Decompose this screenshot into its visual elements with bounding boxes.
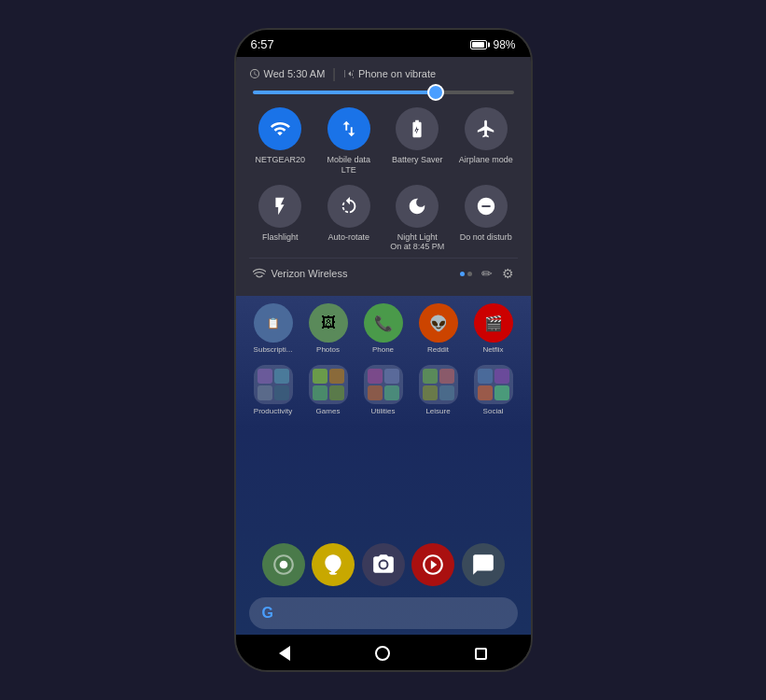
nav-recents-button[interactable] [467,644,495,663]
folder-icon-utilities [364,365,403,404]
folder-label-games: Games [316,407,341,415]
dot-gray [467,272,472,276]
divider: | [332,66,336,81]
folder-productivity[interactable]: Productivity [249,365,298,415]
folder-label-social: Social [483,407,504,415]
settings-button[interactable]: ⚙ [502,266,514,281]
app-phone[interactable]: 📞 Phone [359,303,408,354]
app-netflix[interactable]: 🎬 Netflix [469,303,518,354]
app-icon-phone: 📞 [364,303,403,343]
alarm-item: Wed 5:30 AM [249,68,326,79]
search-bar[interactable]: G [249,597,518,629]
app-icon-photos: 🖼 [309,303,348,343]
folder-icon-social [474,365,513,404]
nav-back-button[interactable] [271,644,299,663]
brightness-row[interactable] [249,91,518,94]
app-label-photos: Photos [316,345,340,354]
dock-chrome[interactable] [262,543,305,586]
folder-social[interactable]: Social [469,365,518,415]
app-label-subscriptions: Subscripti... [254,345,293,354]
folder-leisure[interactable]: Leisure [414,365,463,415]
network-dots [460,272,472,276]
qs-tile-batterysaver[interactable]: Battery Saver [386,107,450,175]
dot-blue [460,272,465,276]
folder-label-utilities: Utilities [371,407,396,415]
qs-network-row: Verizon Wireless ✏ ⚙ [249,258,518,285]
qs-tile-dnd[interactable]: Do not disturb [454,185,518,253]
batterysaver-label: Battery Saver [392,155,443,165]
qs-tile-mobiledata[interactable]: Mobile data LTE [317,107,381,175]
folder-icon-games [309,365,348,404]
airplane-label: Airplane mode [459,155,513,165]
folder-label-productivity: Productivity [254,407,292,415]
phone-frame: 6:57 98% Wed 5:30 AM | Phone on vibrate [234,28,533,672]
app-subscriptions[interactable]: 📋 Subscripti... [249,303,298,354]
nav-home-button[interactable] [369,644,397,663]
vibrate-item: Phone on vibrate [343,68,436,79]
app-icon-subscriptions: 📋 [254,303,293,343]
qs-tiles-grid: NETGEAR20 Mobile data LTE Battery Saver [249,107,518,252]
network-left: Verizon Wireless [253,267,348,280]
status-bar: 6:57 98% [236,30,531,57]
dnd-label: Do not disturb [460,232,512,243]
autorotate-icon-circle [327,185,370,228]
battery-percent: 98% [493,38,515,51]
recents-square-icon [475,648,487,660]
back-triangle-icon [279,646,290,661]
mobiledata-label: Mobile data LTE [327,155,370,175]
nightlight-icon-circle [396,185,439,228]
status-time: 6:57 [251,37,274,51]
qs-tile-nightlight[interactable]: Night Light On at 8:45 PM [386,185,450,253]
batterysaver-icon-circle [396,107,439,150]
qs-tile-airplane[interactable]: Airplane mode [454,107,518,175]
app-icon-reddit: 👽 [419,303,458,343]
app-row-1: 📋 Subscripti... 🖼 Photos 📞 Phone 👽 Reddi… [249,296,518,357]
svg-point-0 [279,561,287,569]
qs-tile-flashlight[interactable]: Flashlight [249,185,313,253]
network-name: Verizon Wireless [272,268,348,279]
nightlight-label: Night Light On at 8:45 PM [390,232,444,253]
qs-tile-wifi[interactable]: NETGEAR20 [249,107,313,175]
home-circle-icon [375,646,390,661]
folder-games[interactable]: Games [304,365,353,415]
brightness-slider[interactable] [253,91,514,94]
folder-utilities[interactable]: Utilities [359,365,408,415]
mobiledata-icon-circle [327,107,370,150]
network-right: ✏ ⚙ [460,266,514,281]
nav-bar [236,635,531,670]
bottom-dock [249,536,518,594]
app-photos[interactable]: 🖼 Photos [304,303,353,354]
google-g: G [262,605,273,622]
folder-row: Productivity Games Utilities [249,357,518,419]
airplane-icon-circle [465,107,508,150]
app-label-reddit: Reddit [427,345,449,354]
dock-snapchat[interactable] [312,543,355,586]
alarm-text: Wed 5:30 AM [264,68,326,79]
brightness-thumb[interactable] [427,84,444,101]
app-icon-netflix: 🎬 [474,303,513,343]
qs-top-row: Wed 5:30 AM | Phone on vibrate [249,66,518,81]
dnd-icon-circle [465,185,508,228]
dock-messages[interactable] [462,543,505,586]
vibrate-text: Phone on vibrate [358,68,436,79]
autorotate-label: Auto-rotate [327,232,369,243]
battery-icon [470,40,487,49]
app-label-netflix: Netflix [482,345,503,354]
qs-tile-autorotate[interactable]: Auto-rotate [317,185,381,253]
flashlight-label: Flashlight [262,232,299,243]
folder-label-leisure: Leisure [425,407,450,415]
folder-icon-productivity [254,365,293,404]
quick-settings-panel: Wed 5:30 AM | Phone on vibrate NETGEAR20 [236,57,531,296]
dock-camera[interactable] [362,543,405,586]
app-reddit[interactable]: 👽 Reddit [414,303,463,354]
folder-icon-leisure [419,365,458,404]
wifi-label: NETGEAR20 [255,155,305,165]
wifi-icon-circle [258,107,301,150]
dock-youtube[interactable] [411,543,454,586]
app-label-phone: Phone [372,345,394,354]
edit-button[interactable]: ✏ [481,266,493,281]
home-screen: 📋 Subscripti... 🖼 Photos 📞 Phone 👽 Reddi… [236,296,531,635]
status-right: 98% [470,38,515,51]
flashlight-icon-circle [258,185,301,228]
